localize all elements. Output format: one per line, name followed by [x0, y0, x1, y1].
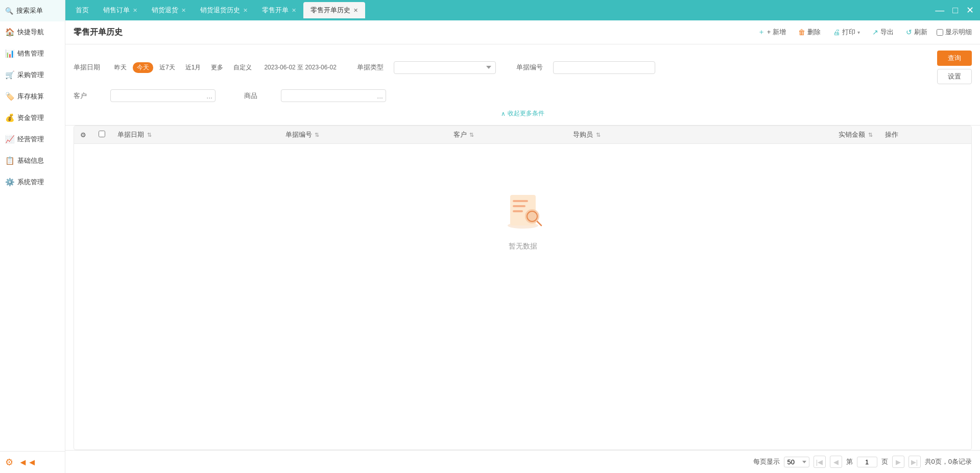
sidebar-item-operations[interactable]: 📈 经营管理: [0, 129, 65, 150]
total-text: 共0页，0条记录: [925, 457, 972, 466]
tab-sales-return-close[interactable]: ✕: [181, 7, 186, 14]
shortcut-yesterday[interactable]: 昨天: [110, 62, 131, 73]
th-no[interactable]: 单据编号 ⇅: [279, 126, 447, 144]
tab-sales-return-history[interactable]: 销货退货历史 ✕: [193, 2, 255, 18]
filter-area: 单据日期 昨天 今天 近7天 近1月 更多 自定义 2023-06-02 至 2…: [65, 44, 980, 126]
add-label: + 新增: [767, 28, 786, 37]
order-no-label: 单据编号: [516, 63, 545, 72]
export-button[interactable]: ↗ 导出: [869, 26, 897, 39]
window-minimize-button[interactable]: —: [932, 4, 947, 17]
th-date[interactable]: 单据日期 ⇅: [111, 126, 279, 144]
order-no-input[interactable]: [553, 61, 655, 74]
settings-button[interactable]: 设置: [937, 69, 972, 84]
print-button[interactable]: 🖨 打印 ▾: [830, 26, 863, 39]
th-settings[interactable]: ⚙: [74, 126, 92, 144]
print-label: 打印: [842, 28, 855, 37]
add-button[interactable]: ＋ + 新增: [755, 26, 789, 39]
refresh-label: 刷新: [914, 28, 927, 37]
delete-button[interactable]: 🗑 删除: [795, 26, 824, 39]
sales-icon: 📊: [5, 49, 14, 58]
amount-sort-icon: ⇅: [868, 132, 873, 138]
tab-sales-return[interactable]: 销货退货 ✕: [145, 2, 193, 18]
goods-dots-icon[interactable]: ...: [377, 92, 383, 100]
sidebar-item-system[interactable]: ⚙️ 系统管理: [0, 171, 65, 193]
page-suffix-label: 页: [881, 457, 888, 466]
sidebar-item-label: 基础信息: [17, 156, 44, 165]
print-dropdown-icon[interactable]: ▾: [857, 30, 860, 35]
page-next-button[interactable]: ▶: [892, 456, 904, 468]
page-prev-button[interactable]: ◀: [830, 456, 842, 468]
window-close-button[interactable]: ✕: [963, 4, 977, 17]
page-number-input[interactable]: 1: [857, 457, 877, 467]
query-actions: 查询 设置: [937, 51, 972, 84]
page-last-button[interactable]: ▶|: [909, 456, 921, 468]
tab-sales-return-history-label: 销货退货历史: [200, 6, 240, 15]
pagination: 每页显示 50 20 100 200 |◀ ◀ 第 1 页 ▶ ▶| 共0页，0…: [65, 450, 980, 473]
sidebar-item-basic-info[interactable]: 📋 基础信息: [0, 150, 65, 171]
per-page-label: 每页显示: [753, 457, 780, 466]
export-icon: ↗: [872, 28, 878, 36]
th-customer[interactable]: 客户 ⇅: [447, 126, 567, 144]
shortcut-7days[interactable]: 近7天: [155, 62, 179, 73]
empty-state: 暂无数据: [74, 144, 971, 292]
sidebar-item-label: 库存核算: [17, 92, 44, 101]
shortcut-custom[interactable]: 自定义: [229, 62, 256, 73]
refresh-button[interactable]: ↺ 刷新: [903, 26, 930, 39]
shortcut-more[interactable]: 更多: [207, 62, 227, 73]
sidebar-item-sales-mgmt[interactable]: 📊 销售管理: [0, 43, 65, 64]
tab-sales-return-history-close[interactable]: ✕: [243, 7, 248, 14]
per-page-select[interactable]: 50 20 100 200: [784, 457, 809, 467]
sidebar-item-label: 系统管理: [17, 178, 44, 187]
page-prefix-label: 第: [846, 457, 853, 466]
tab-retail-order-label: 零售开单: [262, 6, 289, 15]
purchase-icon: 🛒: [5, 70, 14, 80]
tab-home-label: 首页: [76, 6, 89, 15]
tab-bar: 首页 销售订单 ✕ 销货退货 ✕ 销货退货历史 ✕ 零售开单 ✕ 零售开单历史 …: [65, 0, 980, 20]
sidebar-item-purchase-mgmt[interactable]: 🛒 采购管理: [0, 64, 65, 86]
sidebar-item-quick-nav[interactable]: 🏠 快捷导航: [0, 21, 65, 43]
customer-input[interactable]: [110, 89, 216, 102]
order-type-wrapper: [394, 61, 496, 74]
display-detail-checkbox[interactable]: 显示明细: [937, 28, 972, 37]
tab-retail-order-close[interactable]: ✕: [292, 7, 296, 14]
no-sort-icon: ⇅: [315, 132, 319, 138]
goods-input[interactable]: [281, 89, 386, 102]
toolbar: ＋ + 新增 🗑 删除 🖨 打印 ▾ ↗ 导出 ↺: [755, 26, 972, 39]
svg-rect-4: [513, 210, 523, 212]
export-label: 导出: [880, 28, 894, 37]
inventory-icon: 🏷️: [5, 92, 14, 101]
shortcut-today[interactable]: 今天: [133, 62, 153, 73]
th-salesperson[interactable]: 导购员 ⇅: [567, 126, 711, 144]
tab-sales-order-close[interactable]: ✕: [133, 7, 137, 14]
sidebar-item-inventory[interactable]: 🏷️ 库存核算: [0, 86, 65, 107]
settings-icon[interactable]: ⚙: [80, 131, 86, 139]
svg-rect-2: [513, 200, 528, 202]
sidebar-gear-button[interactable]: ⚙: [5, 457, 13, 468]
tab-sales-order[interactable]: 销售订单 ✕: [96, 2, 145, 18]
sidebar-item-label: 采购管理: [17, 70, 44, 80]
sidebar-item-finance[interactable]: 💰 资金管理: [0, 107, 65, 129]
th-checkbox[interactable]: [92, 126, 111, 144]
collapse-filter-button[interactable]: ∧ 收起更多条件: [74, 107, 972, 122]
page-first-button[interactable]: |◀: [814, 456, 826, 468]
svg-rect-3: [513, 205, 525, 207]
select-all-checkbox[interactable]: [99, 131, 105, 137]
query-button[interactable]: 查询: [937, 51, 972, 66]
tab-retail-order[interactable]: 零售开单 ✕: [255, 2, 303, 18]
basic-info-icon: 📋: [5, 156, 14, 165]
tab-retail-order-history[interactable]: 零售开单历史 ✕: [303, 2, 365, 18]
tab-sales-order-label: 销售订单: [103, 6, 130, 15]
shortcut-1month[interactable]: 近1月: [181, 62, 205, 73]
sidebar-search[interactable]: 🔍 搜索采单: [0, 0, 65, 21]
sidebar-collapse-button[interactable]: ◄◄: [18, 457, 37, 468]
table-header-row: ⚙ 单据日期 ⇅ 单据编号 ⇅: [74, 126, 971, 144]
window-maximize-button[interactable]: □: [949, 4, 961, 17]
th-amount[interactable]: 实销金额 ⇅: [711, 126, 879, 144]
tab-home[interactable]: 首页: [68, 2, 96, 18]
order-type-select[interactable]: [394, 61, 496, 74]
sidebar-item-label: 销售管理: [17, 49, 44, 58]
customer-dots-icon[interactable]: ...: [206, 92, 212, 100]
display-detail-label: 显示明细: [945, 28, 972, 37]
tab-retail-order-history-close[interactable]: ✕: [353, 7, 358, 14]
display-detail-input[interactable]: [937, 29, 943, 36]
